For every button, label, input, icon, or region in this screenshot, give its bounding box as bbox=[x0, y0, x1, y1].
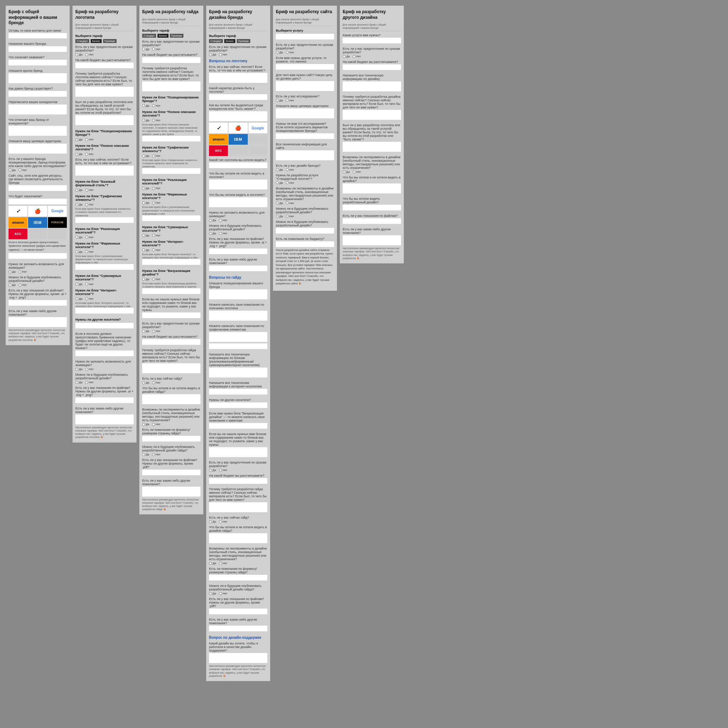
col3-deadline-no[interactable]: Нет bbox=[152, 47, 161, 51]
col3-block8-yes[interactable]: Да bbox=[142, 278, 149, 281]
col4-logo-type-input[interactable] bbox=[209, 162, 267, 168]
col6-files-input[interactable] bbox=[343, 218, 401, 224]
block8-yes[interactable]: Да bbox=[75, 297, 83, 300]
col5-service-input[interactable] bbox=[276, 34, 334, 40]
col3-deadline2-no[interactable]: Нет bbox=[152, 329, 161, 333]
col2-budget-input[interactable] bbox=[75, 63, 134, 68]
col5-future2-input[interactable] bbox=[276, 228, 334, 234]
col5-deadline-no[interactable]: Нет bbox=[286, 51, 294, 54]
col5-ux-input[interactable] bbox=[276, 133, 334, 139]
col3-have-guide-yes[interactable]: Да bbox=[142, 381, 149, 384]
col5-deadline-yes[interactable]: Да bbox=[276, 51, 283, 54]
col3-future-no[interactable]: Нет bbox=[152, 453, 161, 456]
col4-standout-input[interactable] bbox=[209, 111, 267, 121]
col4-character-input[interactable] bbox=[209, 94, 267, 100]
col2-block4-input[interactable] bbox=[75, 217, 134, 223]
col4-viz-input[interactable] bbox=[209, 423, 267, 429]
col3-want-input[interactable] bbox=[142, 394, 200, 404]
col3-deadline2-yes[interactable]: Да bbox=[142, 329, 149, 333]
future-no[interactable]: Нет bbox=[18, 283, 27, 286]
future-yes[interactable]: Да bbox=[9, 283, 16, 286]
deadline-no[interactable]: Нет bbox=[85, 53, 94, 56]
positioning-no[interactable]: Нет bbox=[18, 168, 27, 172]
col6-want-input[interactable] bbox=[343, 184, 401, 193]
col3-format-input[interactable] bbox=[142, 436, 200, 442]
col6-had-input[interactable] bbox=[343, 142, 401, 152]
col4-deadline-no[interactable]: Нет bbox=[219, 53, 228, 56]
col6-tech-input[interactable] bbox=[343, 81, 401, 91]
tariff-business[interactable]: Бизнес bbox=[91, 39, 102, 43]
block4-no[interactable]: Нет bbox=[85, 203, 94, 206]
tariff-standard[interactable]: Стандарт bbox=[75, 39, 89, 43]
positioning-yes[interactable]: Да bbox=[9, 168, 16, 172]
col4-why-input[interactable] bbox=[209, 502, 267, 512]
col4-exp-yes[interactable]: Да bbox=[209, 562, 216, 565]
col3-future-yes[interactable]: Да bbox=[142, 453, 149, 456]
block2-yes[interactable]: Да bbox=[75, 153, 83, 156]
col3-block7-yes[interactable]: Да bbox=[142, 248, 149, 252]
deadline-yes[interactable]: Да bbox=[75, 53, 83, 56]
audience-input[interactable] bbox=[9, 144, 67, 154]
block3-no[interactable]: Нет bbox=[85, 188, 94, 191]
col4-anim-yes[interactable]: Да bbox=[209, 219, 216, 222]
col5-hb-no[interactable]: Нет bbox=[286, 168, 294, 171]
col6-services-input[interactable] bbox=[343, 38, 401, 43]
other-input[interactable] bbox=[9, 317, 67, 327]
col3-block3-yes[interactable]: Да bbox=[142, 154, 149, 158]
col2-had-input[interactable] bbox=[75, 115, 134, 125]
col2-block8-input[interactable] bbox=[75, 308, 134, 314]
client-input[interactable] bbox=[9, 199, 67, 204]
col3-block8-no[interactable]: Нет bbox=[152, 278, 161, 281]
col5-exp-no[interactable]: Нет bbox=[286, 202, 294, 205]
col3-block4-yes[interactable]: Да bbox=[142, 187, 149, 190]
col2-block6-input[interactable] bbox=[75, 264, 134, 270]
competitors-input[interactable] bbox=[9, 104, 67, 115]
differentiation-input[interactable] bbox=[9, 126, 67, 136]
col4-other2-input[interactable] bbox=[209, 626, 267, 631]
block1-no[interactable]: Нет bbox=[85, 138, 94, 141]
col3-tariff-business[interactable]: Бизнес bbox=[158, 34, 168, 38]
col3-deadline-yes[interactable]: Да bbox=[142, 47, 149, 51]
col4-files-input[interactable] bbox=[209, 248, 267, 254]
col3-have-guide-no[interactable]: Нет bbox=[152, 381, 161, 384]
col4-deadline2-no[interactable]: Нет bbox=[219, 468, 228, 472]
col6-exp-yes[interactable]: Да bbox=[343, 170, 350, 173]
brand-desc-input[interactable] bbox=[9, 73, 67, 83]
col4-hg-no[interactable]: Нет bbox=[219, 520, 228, 523]
block6-no[interactable]: Нет bbox=[85, 250, 94, 254]
col5-audience-input[interactable] bbox=[276, 109, 334, 118]
col3-block2-no[interactable]: Нет bbox=[152, 119, 161, 122]
col6-exp-no[interactable]: Нет bbox=[353, 170, 361, 173]
col3-why-input[interactable] bbox=[142, 81, 200, 91]
animation-no[interactable]: Нет bbox=[18, 270, 27, 273]
col4-nofit-input[interactable] bbox=[209, 447, 267, 457]
col5-other-services-input[interactable] bbox=[276, 64, 334, 70]
col4-want-input[interactable] bbox=[209, 197, 267, 207]
col3-block6-no[interactable]: Нет bbox=[152, 234, 161, 237]
col5-budget-input[interactable] bbox=[276, 242, 334, 247]
col5-f-no[interactable]: Нет bbox=[286, 215, 294, 218]
col5-why-site-input[interactable] bbox=[276, 81, 334, 91]
block7-yes[interactable]: Да bbox=[75, 283, 83, 286]
block2-no[interactable]: Нет bbox=[85, 153, 94, 156]
block8-no[interactable]: Нет bbox=[85, 297, 94, 300]
tariff-premium[interactable]: Премиум bbox=[103, 39, 116, 43]
col5-res-yes[interactable]: Да bbox=[276, 99, 283, 102]
col5-res-no[interactable]: Нет bbox=[286, 99, 294, 102]
col2-why-input[interactable] bbox=[75, 87, 134, 97]
col3-noblocks-input[interactable] bbox=[142, 312, 200, 318]
col3-other-input[interactable] bbox=[142, 486, 200, 497]
col6-why-input[interactable] bbox=[343, 110, 401, 120]
block7-no[interactable]: Нет bbox=[85, 283, 94, 286]
col5-ss-no[interactable]: Нет bbox=[286, 181, 294, 185]
col2-future-yes[interactable]: Да bbox=[75, 381, 83, 384]
col2-lang-input[interactable] bbox=[75, 350, 134, 356]
col3-exp-yes[interactable]: Да bbox=[142, 423, 149, 426]
col3-block1-yes[interactable]: Да bbox=[142, 104, 149, 107]
col4-deadline-yes[interactable]: Да bbox=[209, 53, 216, 56]
col2-current-logo-input[interactable] bbox=[75, 166, 134, 176]
col4-notwant-input[interactable] bbox=[209, 179, 267, 190]
col6-other-input[interactable] bbox=[343, 236, 401, 245]
block5-no[interactable]: Нет bbox=[85, 236, 94, 239]
col3-files-input[interactable] bbox=[142, 470, 200, 475]
